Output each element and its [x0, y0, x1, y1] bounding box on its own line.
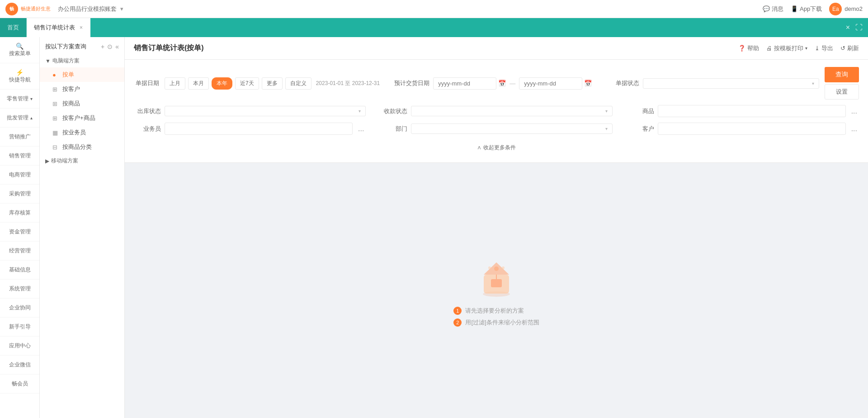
tab-sales-statistics[interactable]: 销售订单统计表 × — [27, 18, 90, 37]
empty-hints: 1 请先选择要分析的方案 2 用[过滤]条件来缩小分析范围 — [453, 307, 539, 327]
message-icon: 💬 — [763, 5, 770, 12]
sidebar-item-operations[interactable]: 经营管理 — [0, 242, 39, 261]
filter-col-out-status: 出库状态 ▾ — [134, 106, 366, 116]
logo[interactable]: 畅 畅捷通好生意 — [5, 3, 51, 15]
help-icon: ❓ — [738, 45, 745, 52]
template-print-button[interactable]: 🖨 按模板打印 ▾ — [766, 44, 807, 52]
expected-date-end-input[interactable] — [519, 77, 582, 90]
settings-button[interactable]: 设置 — [825, 84, 859, 100]
sidebar-item-inventory[interactable]: 库存核算 — [0, 204, 39, 223]
expected-date-label: 预计交货日期 — [394, 79, 429, 87]
collect-status-label: 收款状态 — [380, 107, 407, 115]
filter-row-status: 出库状态 ▾ 收款状态 ▾ 商品 — [134, 105, 859, 117]
sidebar-item-wechat[interactable]: 企业微信 — [0, 356, 39, 375]
customer-input[interactable] — [658, 123, 846, 135]
quick-nav-icon: ⚡ — [16, 69, 24, 76]
date-btn-last-7-days[interactable]: 近7天 — [235, 77, 259, 90]
filter-col-collect-status: 收款状态 ▾ — [380, 106, 612, 116]
sidebar-item-app-center[interactable]: 应用中心 — [0, 337, 39, 356]
date-btn-this-year[interactable]: 本年 — [212, 77, 232, 90]
page-title: 销售订单统计表(按单) — [134, 43, 204, 59]
sidebar-item-marketing[interactable]: 营销推广 — [0, 128, 39, 147]
app-download-button[interactable]: 📱 App下载 — [791, 5, 822, 13]
query-button[interactable]: 查询 — [825, 67, 859, 82]
export-button[interactable]: ⤓ 导出 — [815, 44, 833, 52]
scheme-item-by-salesman[interactable]: ▦ 按业务员 — [40, 125, 124, 140]
chevron-down-icon: ▼ — [45, 58, 51, 64]
scheme-panel: 按以下方案查询 + ⊙ « ▼ 电脑端方案 ● 按单 ⊞ 按客户 ⊞ — [40, 37, 125, 418]
main-content: 销售订单统计表(按单) ❓ 帮助 🖨 按模板打印 ▾ ⤓ 导出 — [125, 37, 868, 418]
title-arrow-icon: ▾ — [120, 5, 123, 12]
sidebar-item-member[interactable]: 畅会员 — [0, 375, 39, 394]
goods-input[interactable] — [658, 105, 846, 117]
scheme-group-mobile[interactable]: ▶ 移动端方案 — [40, 154, 124, 167]
scheme-item-by-customer-goods[interactable]: ⊞ 按客户+商品 — [40, 111, 124, 125]
edit-scheme-icon[interactable]: ⊙ — [107, 43, 113, 50]
collapse-panel-icon[interactable]: « — [115, 43, 119, 50]
out-status-select[interactable]: ▾ — [165, 106, 366, 116]
refresh-button[interactable]: ↺ 刷新 — [840, 44, 859, 52]
tab-home[interactable]: 首页 — [0, 18, 27, 37]
date-btn-last-month[interactable]: 上月 — [165, 77, 185, 90]
refresh-icon: ↺ — [840, 45, 845, 52]
help-button[interactable]: ❓ 帮助 — [738, 44, 759, 52]
chevron-up-icon: ▴ — [30, 115, 33, 120]
date-btn-this-month[interactable]: 本月 — [188, 77, 209, 90]
sidebar-item-wholesale[interactable]: 批发管理 ▴ — [0, 109, 39, 128]
search-icon: 🔍 — [16, 43, 24, 50]
scheme-panel-icons: + ⊙ « — [101, 43, 119, 50]
salesman-more-icon[interactable]: ... — [356, 125, 366, 133]
status-select[interactable]: ▾ — [643, 78, 819, 89]
date-quick-buttons: 上月 本月 本年 近7天 更多 自定义 2023-01-01 至 2023-12… — [165, 77, 380, 90]
dept-select[interactable]: ▾ — [411, 124, 612, 134]
sidebar-item-search[interactable]: 🔍 搜索菜单 — [0, 37, 39, 63]
user-menu[interactable]: Ea demo2 — [829, 3, 863, 15]
chevron-down-icon: ▾ — [812, 81, 814, 86]
scheme-item-by-category[interactable]: ⊟ 按商品分类 — [40, 140, 124, 154]
svg-rect-3 — [491, 279, 502, 287]
page-header: 销售订单统计表(按单) ❓ 帮助 🖨 按模板打印 ▾ ⤓ 导出 — [125, 37, 868, 60]
collect-status-select[interactable]: ▾ — [411, 106, 612, 116]
date-btn-custom[interactable]: 自定义 — [285, 77, 311, 90]
avatar: Ea — [829, 3, 842, 15]
empty-hint-1: 1 请先选择要分析的方案 — [453, 307, 539, 315]
out-status-label: 出库状态 — [134, 107, 161, 115]
sidebar-item-ecommerce[interactable]: 电商管理 — [0, 166, 39, 185]
filter-col-goods: 商品 ... — [627, 105, 859, 117]
sidebar-item-finance[interactable]: 资金管理 — [0, 223, 39, 242]
expected-date-start-input[interactable] — [433, 77, 496, 90]
collapse-more-conditions[interactable]: ∧ 收起更多条件 — [134, 140, 859, 155]
sidebar-item-new-guide[interactable]: 新手引导 — [0, 318, 39, 337]
goods-more-icon[interactable]: ... — [849, 107, 859, 115]
message-button[interactable]: 💬 消息 — [763, 5, 783, 13]
multi-table-icon: ⊞ — [52, 115, 60, 122]
scheme-group-pc[interactable]: ▼ 电脑端方案 — [40, 54, 124, 67]
sidebar-item-quick-nav[interactable]: ⚡ 快捷导航 — [0, 63, 39, 90]
tab-close-icon[interactable]: × — [80, 24, 83, 31]
tab-maximize-icon[interactable]: ⛶ — [855, 24, 863, 32]
calendar-end-icon: 📅 — [584, 80, 592, 87]
chevron-down-icon: ▾ — [805, 46, 807, 51]
date-separator: — — [509, 80, 515, 87]
sidebar-item-retail[interactable]: 零售管理 ▾ — [0, 90, 39, 109]
tab-minimize-icon[interactable]: × — [846, 24, 850, 32]
bar-chart-icon: ▦ — [52, 129, 60, 136]
customer-more-icon[interactable]: ... — [849, 125, 859, 133]
empty-hint-2: 2 用[过滤]条件来缩小分析范围 — [453, 318, 539, 327]
date-btn-more[interactable]: 更多 — [262, 77, 283, 90]
sidebar-item-purchase[interactable]: 采购管理 — [0, 185, 39, 204]
phone-icon: 📱 — [791, 5, 798, 12]
sidebar-item-sales[interactable]: 销售管理 — [0, 147, 39, 166]
sidebar-item-enterprise[interactable]: 企业协同 — [0, 299, 39, 318]
empty-illustration — [474, 254, 519, 299]
print-icon: 🖨 — [766, 45, 772, 52]
add-scheme-icon[interactable]: + — [101, 43, 104, 50]
sidebar-item-system[interactable]: 系统管理 — [0, 280, 39, 299]
goods-label: 商品 — [627, 107, 654, 115]
salesman-input[interactable] — [165, 123, 353, 135]
scheme-item-by-customer[interactable]: ⊞ 按客户 — [40, 82, 124, 96]
scheme-item-by-order[interactable]: ● 按单 — [40, 67, 124, 82]
scheme-item-by-goods[interactable]: ⊞ 按商品 — [40, 96, 124, 111]
expected-date-to: 📅 — [519, 77, 592, 90]
sidebar-item-basic-info[interactable]: 基础信息 — [0, 261, 39, 280]
